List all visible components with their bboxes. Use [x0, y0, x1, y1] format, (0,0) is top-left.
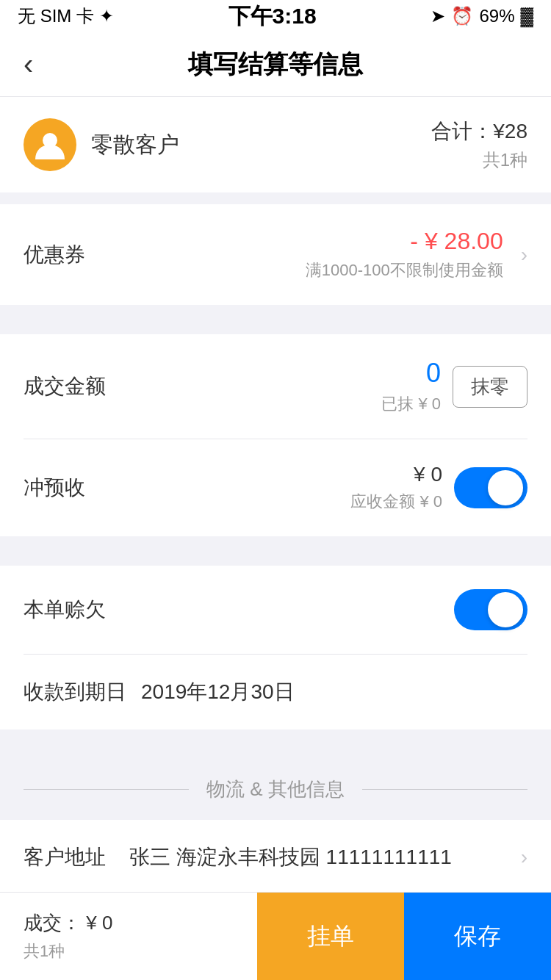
- page-title: 填写结算等信息: [188, 48, 363, 82]
- logistics-title: 物流 & 其他信息: [206, 777, 345, 802]
- status-right: ➤ ⏰ 69% ▓: [431, 6, 533, 26]
- prepaid-right: ¥ 0 应收金额 ¥ 0: [350, 463, 527, 513]
- bottom-info: 成交： ¥ 0 共1种: [0, 910, 257, 962]
- transaction-row: 成交金额 0 已抹 ¥ 0 抹零: [0, 334, 551, 439]
- coupon-discount: - ¥ 28.00: [306, 228, 503, 255]
- address-value: 张三 海淀永丰科技园 11111111111: [129, 843, 491, 871]
- coupon-label: 优惠券: [24, 241, 85, 269]
- coupon-info: - ¥ 28.00 满1000-100不限制使用金额: [306, 228, 503, 281]
- prepaid-label: 冲预收: [24, 474, 85, 502]
- prepaid-row: 冲预收 ¥ 0 应收金额 ¥ 0: [0, 439, 551, 536]
- customer-row: 零散客户 合计：¥28 共1种: [0, 97, 551, 192]
- customer-name: 零散客户: [91, 130, 179, 160]
- nav-bar: ‹ 填写结算等信息: [0, 32, 551, 97]
- debt-row: 本单赊欠: [0, 566, 551, 654]
- debt-card: 本单赊欠 收款到期日 2019年12月30日: [0, 566, 551, 729]
- prepaid-sub: 应收金额 ¥ 0: [350, 491, 442, 513]
- customer-info-left: 零散客户: [24, 118, 179, 171]
- footer-amount-label: 成交：: [24, 912, 81, 934]
- avatar: [24, 118, 76, 171]
- status-bar: 无 SIM 卡 ✦ 下午3:18 ➤ ⏰ 69% ▓: [0, 0, 551, 32]
- footer-amount-row: 成交： ¥ 0: [24, 910, 234, 936]
- coupon-right-area: - ¥ 28.00 满1000-100不限制使用金额 ›: [306, 228, 527, 281]
- due-date-label: 收款到期日: [24, 678, 126, 706]
- due-date-row[interactable]: 收款到期日 2019年12月30日: [0, 655, 551, 729]
- address-chevron-icon: ›: [521, 846, 527, 869]
- due-date-value: 2019年12月30日: [141, 678, 295, 706]
- battery-icon: ▓: [520, 6, 533, 26]
- transaction-card: 成交金额 0 已抹 ¥ 0 抹零 冲预收 ¥ 0 应收金额 ¥ 0: [0, 334, 551, 536]
- prepaid-amount: ¥ 0: [350, 463, 442, 486]
- total-count: 共1种: [431, 148, 527, 172]
- bottom-bar: 成交： ¥ 0 共1种 挂单 保存: [0, 892, 551, 980]
- footer-count: 共1种: [24, 940, 234, 962]
- chevron-right-icon: ›: [521, 243, 527, 267]
- total-amount: 合计：¥28: [431, 118, 527, 145]
- address-row[interactable]: 客户地址 张三 海淀永丰科技园 11111111111 ›: [0, 820, 551, 895]
- coupon-row[interactable]: 优惠券 - ¥ 28.00 满1000-100不限制使用金额 ›: [0, 204, 551, 305]
- round-zero-button[interactable]: 抹零: [453, 366, 527, 408]
- coupon-card: 优惠券 - ¥ 28.00 满1000-100不限制使用金额 ›: [0, 204, 551, 305]
- save-button[interactable]: 保存: [404, 893, 551, 981]
- location-icon: ➤: [431, 6, 445, 26]
- back-button[interactable]: ‹: [24, 48, 68, 81]
- hang-button[interactable]: 挂单: [257, 893, 404, 981]
- debt-toggle[interactable]: [454, 589, 527, 630]
- footer-amount-value: ¥ 0: [86, 912, 112, 934]
- status-time: 下午3:18: [228, 1, 317, 32]
- prepaid-toggle[interactable]: [454, 467, 527, 508]
- section-gap-1: [0, 317, 551, 334]
- transaction-values: 0 已抹 ¥ 0: [381, 358, 441, 415]
- status-left: 无 SIM 卡 ✦: [18, 4, 114, 28]
- no-sim-text: 无 SIM 卡 ✦: [18, 4, 114, 28]
- customer-card: 零散客户 合计：¥28 共1种: [0, 97, 551, 192]
- logistics-header: 物流 & 其他信息: [0, 759, 551, 820]
- section-gap-3: [0, 741, 551, 759]
- coupon-note: 满1000-100不限制使用金额: [306, 259, 503, 281]
- battery-text: 69%: [479, 6, 514, 26]
- address-label: 客户地址: [24, 843, 106, 871]
- transaction-amount[interactable]: 0: [381, 358, 441, 389]
- prepaid-toggle-knob: [488, 470, 523, 505]
- main-content: 零散客户 合计：¥28 共1种 优惠券 - ¥ 28.00 满1000-100不…: [0, 97, 551, 980]
- debt-toggle-knob: [488, 592, 523, 627]
- section-gap-2: [0, 548, 551, 566]
- logistics-line-left: [24, 789, 189, 790]
- alarm-icon: ⏰: [451, 6, 473, 26]
- customer-totals: 合计：¥28 共1种: [431, 118, 527, 172]
- debt-label: 本单赊欠: [24, 596, 106, 624]
- transaction-right: 0 已抹 ¥ 0 抹零: [381, 358, 527, 415]
- logistics-line-right: [362, 789, 527, 790]
- transaction-label: 成交金额: [24, 372, 106, 400]
- transaction-sub: 已抹 ¥ 0: [381, 393, 441, 415]
- address-card: 客户地址 张三 海淀永丰科技园 11111111111 ›: [0, 820, 551, 895]
- prepaid-values: ¥ 0 应收金额 ¥ 0: [350, 463, 442, 513]
